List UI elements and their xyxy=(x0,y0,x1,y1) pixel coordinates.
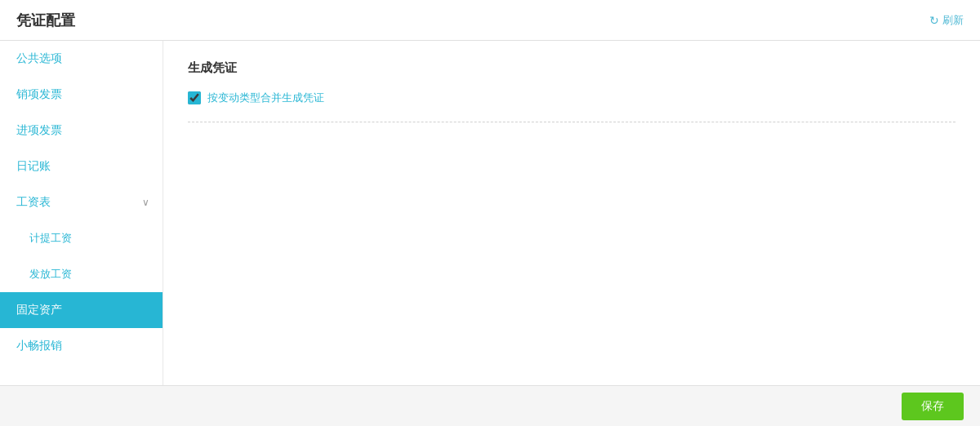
sidebar: 公共选项销项发票进项发票日记账工资表∨计提工资发放工资固定资产小畅报销 xyxy=(0,41,163,385)
sidebar-item-public-options[interactable]: 公共选项 xyxy=(0,41,163,77)
sidebar-item-payroll-table[interactable]: 工资表∨ xyxy=(0,184,163,220)
sidebar-item-label-journal: 日记账 xyxy=(16,159,51,174)
chevron-down-icon: ∨ xyxy=(142,197,149,208)
refresh-label: 刷新 xyxy=(942,13,964,28)
section-divider xyxy=(188,122,956,122)
checkbox-row: 按变动类型合并生成凭证 xyxy=(188,91,956,105)
sidebar-item-purchase-invoice[interactable]: 进项发票 xyxy=(0,113,163,149)
sidebar-item-sales-invoice[interactable]: 销项发票 xyxy=(0,77,163,113)
sidebar-item-label-calc-payroll: 计提工资 xyxy=(29,231,72,246)
save-button[interactable]: 保存 xyxy=(902,393,964,420)
header: 凭证配置 ↻ 刷新 xyxy=(0,0,980,41)
page-wrapper: 凭证配置 ↻ 刷新 公共选项销项发票进项发票日记账工资表∨计提工资发放工资固定资… xyxy=(0,0,980,426)
body: 公共选项销项发票进项发票日记账工资表∨计提工资发放工资固定资产小畅报销 生成凭证… xyxy=(0,41,980,385)
footer: 保存 xyxy=(0,385,980,426)
merge-by-type-checkbox[interactable] xyxy=(188,91,201,104)
refresh-icon: ↻ xyxy=(929,14,939,27)
sidebar-item-label-fixed-assets: 固定资产 xyxy=(16,303,62,317)
sidebar-item-label-purchase-invoice: 进项发票 xyxy=(16,123,62,138)
sidebar-item-issue-payroll[interactable]: 发放工资 xyxy=(0,256,163,292)
section-title: 生成凭证 xyxy=(188,60,956,76)
sidebar-item-expense-report[interactable]: 小畅报销 xyxy=(0,328,163,364)
merge-by-type-label[interactable]: 按变动类型合并生成凭证 xyxy=(207,91,324,105)
sidebar-item-journal[interactable]: 日记账 xyxy=(0,149,163,184)
sidebar-item-label-public-options: 公共选项 xyxy=(16,51,62,66)
refresh-button[interactable]: ↻ 刷新 xyxy=(929,13,964,28)
page-title: 凭证配置 xyxy=(16,11,75,30)
sidebar-item-label-sales-invoice: 销项发票 xyxy=(16,87,62,102)
sidebar-item-label-issue-payroll: 发放工资 xyxy=(29,267,72,282)
main-content: 生成凭证 按变动类型合并生成凭证 xyxy=(163,41,980,385)
sidebar-item-fixed-assets[interactable]: 固定资产 xyxy=(0,292,163,328)
sidebar-item-label-expense-report: 小畅报销 xyxy=(16,339,62,353)
sidebar-item-calc-payroll[interactable]: 计提工资 xyxy=(0,220,163,256)
sidebar-item-label-payroll-table: 工资表 xyxy=(16,195,51,210)
